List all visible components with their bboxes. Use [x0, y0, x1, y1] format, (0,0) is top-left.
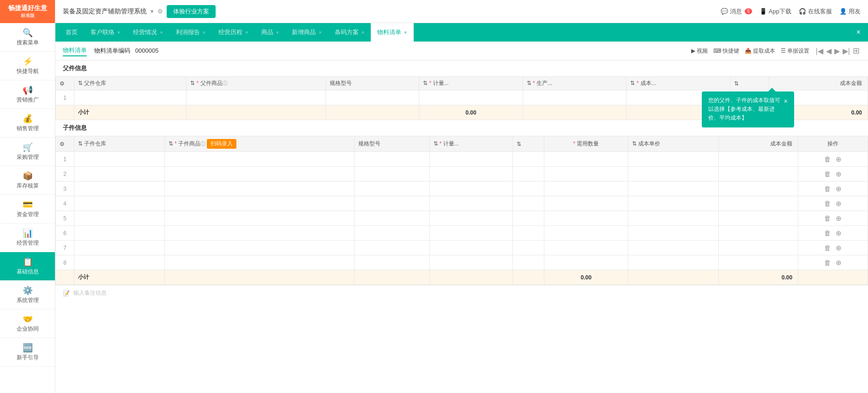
sidebar-item-finance[interactable]: 💳资金管理	[0, 195, 55, 224]
child-cost-price-cell-8[interactable]	[628, 255, 719, 270]
parent-warehouse-cell[interactable]	[74, 91, 187, 105]
copy-button-4[interactable]: ⊕	[836, 200, 842, 207]
child-cost-price-cell-2[interactable]	[628, 167, 719, 181]
online-service-button[interactable]: 🎧 在线客服	[799, 7, 832, 16]
child-unit-cell-4[interactable]	[429, 196, 513, 211]
child-sort5[interactable]: ⇅	[632, 140, 637, 147]
nav-tab-close-customer[interactable]: ×	[117, 30, 120, 35]
nav-tab-goods[interactable]: 商品×	[255, 23, 285, 42]
copy-button-1[interactable]: ⊕	[836, 155, 842, 163]
delete-button-6[interactable]: 🗑	[824, 229, 831, 237]
delete-button-7[interactable]: 🗑	[824, 244, 831, 252]
sort-icon[interactable]: ⇅	[78, 80, 83, 86]
child-cost-price-cell-4[interactable]	[628, 196, 719, 211]
nav-tab-close-history[interactable]: ×	[245, 30, 248, 35]
nav-tab-barcode[interactable]: 条码方案×	[328, 23, 371, 42]
sort-icon6[interactable]: ⇅	[734, 80, 739, 87]
nav-tab-close-goods[interactable]: ×	[276, 30, 279, 35]
delete-button-2[interactable]: 🗑	[824, 170, 831, 178]
copy-button-5[interactable]: ⊕	[836, 214, 842, 222]
nav-tab-close-operation_status[interactable]: ×	[160, 30, 163, 35]
view-button[interactable]: ▶ 视频	[691, 47, 708, 55]
nav-close-all-button[interactable]: ×	[853, 28, 864, 36]
nav-first-icon[interactable]: |◀	[815, 47, 824, 55]
sort-icon2[interactable]: ⇅	[190, 80, 195, 86]
child-qty-cell-3[interactable]	[544, 181, 628, 196]
sidebar-item-basic[interactable]: 📋基础信息	[0, 252, 55, 281]
sidebar-item-purchase[interactable]: 🛒采购管理	[0, 138, 55, 166]
child-unit-cell-5[interactable]	[429, 211, 513, 226]
child-warehouse-cell-6[interactable]	[74, 226, 165, 241]
nav-tab-close-bom[interactable]: ×	[404, 30, 407, 35]
sidebar-item-inventory[interactable]: 📦库存核算	[0, 166, 55, 195]
sub-tab-bom-list[interactable]: 物料清单	[63, 45, 87, 56]
delete-button-5[interactable]: 🗑	[824, 214, 831, 222]
nav-tab-operation_status[interactable]: 经营情况×	[127, 23, 169, 42]
nav-last-icon[interactable]: ▶|	[842, 47, 851, 55]
child-gear-col[interactable]: ⚙	[56, 136, 74, 152]
scan-button[interactable]: 扫码录入	[207, 139, 236, 149]
sidebar-item-search[interactable]: 🔍搜索菜单	[0, 23, 55, 52]
gear-icon[interactable]: ⚙	[157, 8, 163, 15]
child-warehouse-cell-8[interactable]	[74, 255, 165, 270]
child-unit-cell-2[interactable]	[429, 167, 513, 181]
child-cost-price-cell-6[interactable]	[628, 226, 719, 241]
parent-spec-cell[interactable]	[326, 91, 419, 105]
child-warehouse-cell-7[interactable]	[74, 241, 165, 255]
child-qty-cell-6[interactable]	[544, 226, 628, 241]
sort-icon4[interactable]: ⇅	[527, 80, 531, 86]
sidebar-item-marketing[interactable]: 📢营销推广	[0, 80, 55, 109]
child-unit-cell-3[interactable]	[429, 181, 513, 196]
delete-button-4[interactable]: 🗑	[824, 200, 831, 207]
child-sort2[interactable]: ⇅	[169, 140, 173, 147]
child-cost-price-cell-1[interactable]	[628, 152, 719, 167]
child-goods-cell-5[interactable]	[164, 211, 354, 226]
copy-button-7[interactable]: ⊕	[836, 244, 842, 252]
single-settings-button[interactable]: ☰ 单据设置	[781, 47, 809, 55]
child-qty-cell-5[interactable]	[544, 211, 628, 226]
copy-button-6[interactable]: ⊕	[836, 229, 842, 237]
sort-icon3[interactable]: ⇅	[423, 80, 428, 86]
sidebar-item-guide[interactable]: 🆕新手引导	[0, 338, 55, 367]
system-dropdown-icon[interactable]: ▾	[151, 8, 154, 15]
child-spec-cell-8[interactable]	[355, 255, 429, 270]
nav-tab-home[interactable]: 首页	[59, 23, 84, 42]
copy-button-3[interactable]: ⊕	[836, 185, 842, 193]
child-sort4[interactable]: ⇅	[517, 141, 521, 147]
parent-production-cell[interactable]	[523, 91, 627, 105]
nav-tab-profit[interactable]: 利润报告×	[169, 23, 212, 42]
nav-tab-close-profit[interactable]: ×	[203, 30, 205, 35]
child-spec-cell-1[interactable]	[355, 152, 429, 167]
tooltip-close-button[interactable]: ×	[784, 96, 788, 106]
child-unit-cell-6[interactable]	[429, 226, 513, 241]
child-qty-cell-8[interactable]	[544, 255, 628, 270]
sidebar-item-cooperation[interactable]: 🤝企业协同	[0, 309, 55, 338]
child-warehouse-cell-4[interactable]	[74, 196, 165, 211]
trial-button[interactable]: 体验行业方案	[167, 5, 216, 18]
parent-goods-cell[interactable]	[187, 91, 326, 105]
child-goods-cell-4[interactable]	[164, 196, 354, 211]
child-warehouse-cell-2[interactable]	[74, 167, 165, 181]
sidebar-item-operation[interactable]: 📊经营管理	[0, 224, 55, 252]
nav-tab-history[interactable]: 经营历程×	[212, 23, 254, 42]
child-goods-cell-7[interactable]	[164, 241, 354, 255]
nav-tab-close-new_goods[interactable]: ×	[319, 30, 321, 35]
child-qty-cell-2[interactable]	[544, 167, 628, 181]
child-warehouse-cell-1[interactable]	[74, 152, 165, 167]
child-unit-cell-8[interactable]	[429, 255, 513, 270]
nav-next-icon[interactable]: ▶	[833, 47, 841, 55]
child-goods-cell-3[interactable]	[164, 181, 354, 196]
copy-button-8[interactable]: ⊕	[836, 259, 842, 266]
extract-cost-button[interactable]: 📤 提取成本	[745, 47, 775, 55]
parent-unit-cell[interactable]	[419, 91, 523, 105]
nav-tab-new_goods[interactable]: 新增商品×	[285, 23, 328, 42]
child-spec-cell-7[interactable]	[355, 241, 429, 255]
child-unit-cell-7[interactable]	[429, 241, 513, 255]
child-qty-cell-4[interactable]	[544, 196, 628, 211]
shortcut-button[interactable]: ⌨ 快捷键	[713, 47, 739, 55]
child-sort1[interactable]: ⇅	[78, 140, 83, 147]
delete-button-3[interactable]: 🗑	[824, 185, 831, 193]
child-cost-price-cell-3[interactable]	[628, 181, 719, 196]
child-unit-cell-1[interactable]	[429, 152, 513, 167]
nav-prev-icon[interactable]: ◀	[825, 47, 832, 55]
